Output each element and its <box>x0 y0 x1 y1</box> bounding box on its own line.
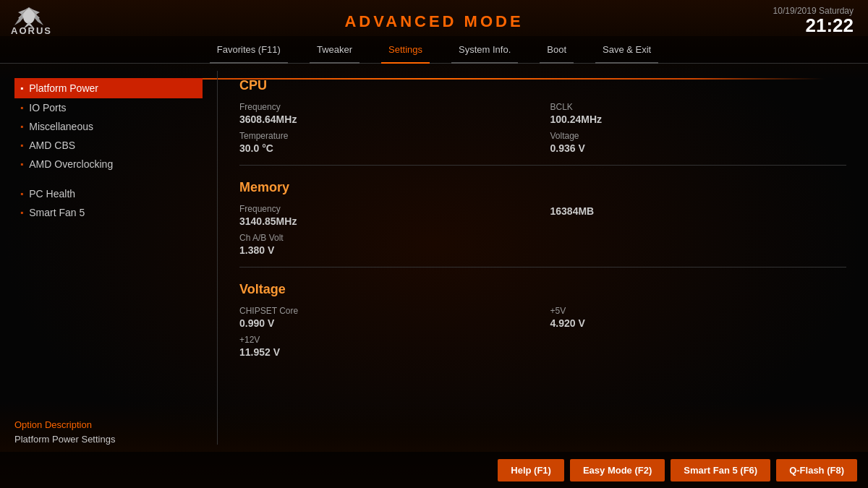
svg-marker-4 <box>35 14 43 25</box>
nav-tabs: Favorites (F11) Tweaker Settings System … <box>0 36 868 64</box>
memory-title: Memory <box>239 180 846 195</box>
cpu-section: CPU Frequency 3608.64MHz BCLK 100.24MHz … <box>239 78 846 166</box>
plus12v-value: 11.952 V <box>239 346 536 358</box>
help-button[interactable]: Help (F1) <box>498 459 564 481</box>
chipset-volt-value: 0.990 V <box>239 317 536 329</box>
menu-item-pc-health[interactable]: PC Health <box>14 184 203 203</box>
tab-favorites[interactable]: Favorites (F11) <box>199 36 299 64</box>
menu-item-amd-overclocking[interactable]: AMD Overclocking <box>14 155 203 174</box>
option-description-section: Option Description Platform Power Settin… <box>0 412 217 452</box>
tab-settings[interactable]: Settings <box>370 36 441 64</box>
cpu-bclk-label: BCLK <box>550 102 847 112</box>
menu-section-1: Platform Power IO Ports Miscellaneous AM… <box>14 78 203 174</box>
sidebar: Platform Power IO Ports Miscellaneous AM… <box>0 71 217 445</box>
menu-item-io-ports[interactable]: IO Ports <box>14 98 203 117</box>
menu-item-smart-fan5[interactable]: Smart Fan 5 <box>14 203 203 222</box>
info-panel: CPU Frequency 3608.64MHz BCLK 100.24MHz … <box>217 71 868 445</box>
tab-saveexit[interactable]: Save & Exit <box>584 36 669 64</box>
tab-boot[interactable]: Boot <box>529 36 584 64</box>
cpu-temp-item: Temperature 30.0 °C <box>239 131 536 154</box>
voltage-title: Voltage <box>239 282 846 297</box>
mem-freq-label: Frequency <box>239 204 536 214</box>
smart-fan5-button[interactable]: Smart Fan 5 (F6) <box>671 459 770 481</box>
mem-size-item: 16384MB <box>550 204 847 227</box>
qflash-button[interactable]: Q-Flash (F8) <box>776 459 857 481</box>
cpu-volt-item: Voltage 0.936 V <box>550 131 847 154</box>
plus5v-item: +5V 4.920 V <box>550 306 847 329</box>
mem-volt-item: Ch A/B Volt 1.380 V <box>239 233 536 256</box>
cpu-volt-value: 0.936 V <box>550 142 847 154</box>
cpu-freq-value: 3608.64MHz <box>239 114 536 125</box>
cpu-freq-label: Frequency <box>239 102 536 112</box>
cpu-title: CPU <box>239 78 846 93</box>
memory-section: Memory Frequency 3140.85MHz 16384MB Ch A… <box>239 180 846 267</box>
main-content: Platform Power IO Ports Miscellaneous AM… <box>0 64 868 452</box>
tab-sysinfo[interactable]: System Info. <box>441 36 529 64</box>
menu-item-platform-power[interactable]: Platform Power <box>14 78 203 98</box>
header: AORUS ADVANCED MODE 10/19/2019 Saturday … <box>0 0 868 36</box>
menu-item-amd-cbs[interactable]: AMD CBS <box>14 136 203 155</box>
cpu-volt-label: Voltage <box>550 131 847 141</box>
voltage-grid: CHIPSET Core 0.990 V +5V 4.920 V +12V 11… <box>239 306 846 358</box>
cpu-grid: Frequency 3608.64MHz BCLK 100.24MHz Temp… <box>239 102 846 154</box>
plus5v-value: 4.920 V <box>550 317 847 329</box>
tab-tweaker[interactable]: Tweaker <box>299 36 370 64</box>
page-title: ADVANCED MODE <box>344 12 523 31</box>
menu-item-miscellaneous[interactable]: Miscellaneous <box>14 117 203 136</box>
option-desc-title: Option Description <box>14 419 203 430</box>
logo-svg: AORUS <box>7 4 76 36</box>
cpu-temp-value: 30.0 °C <box>239 142 536 154</box>
easy-mode-button[interactable]: Easy Mode (F2) <box>570 459 665 481</box>
option-desc-text: Platform Power Settings <box>14 434 203 445</box>
svg-text:AORUS: AORUS <box>11 25 52 36</box>
plus12v-label: +12V <box>239 335 536 345</box>
memory-grid: Frequency 3140.85MHz 16384MB Ch A/B Volt… <box>239 204 846 256</box>
plus5v-label: +5V <box>550 306 847 316</box>
mem-volt-label: Ch A/B Volt <box>239 233 536 243</box>
mem-freq-item: Frequency 3140.85MHz <box>239 204 536 227</box>
cpu-temp-label: Temperature <box>239 131 536 141</box>
footer: Help (F1) Easy Mode (F2) Smart Fan 5 (F6… <box>0 452 868 488</box>
mem-volt-value: 1.380 V <box>239 244 536 256</box>
mem-freq-value: 3140.85MHz <box>239 215 536 227</box>
time-display: 21:22 <box>773 16 854 35</box>
datetime: 10/19/2019 Saturday 21:22 <box>773 6 854 35</box>
plus12v-item: +12V 11.952 V <box>239 335 536 358</box>
cpu-freq-item: Frequency 3608.64MHz <box>239 102 536 125</box>
chipset-volt-label: CHIPSET Core <box>239 306 536 316</box>
mem-size-value: 16384MB <box>550 205 847 217</box>
svg-marker-3 <box>14 14 23 25</box>
cpu-bclk-value: 100.24MHz <box>550 114 847 125</box>
voltage-section: Voltage CHIPSET Core 0.990 V +5V 4.920 V… <box>239 282 846 369</box>
logo: AORUS <box>7 4 76 39</box>
chipset-volt-item: CHIPSET Core 0.990 V <box>239 306 536 329</box>
menu-section-2: PC Health Smart Fan 5 <box>14 184 203 222</box>
cpu-bclk-item: BCLK 100.24MHz <box>550 102 847 125</box>
